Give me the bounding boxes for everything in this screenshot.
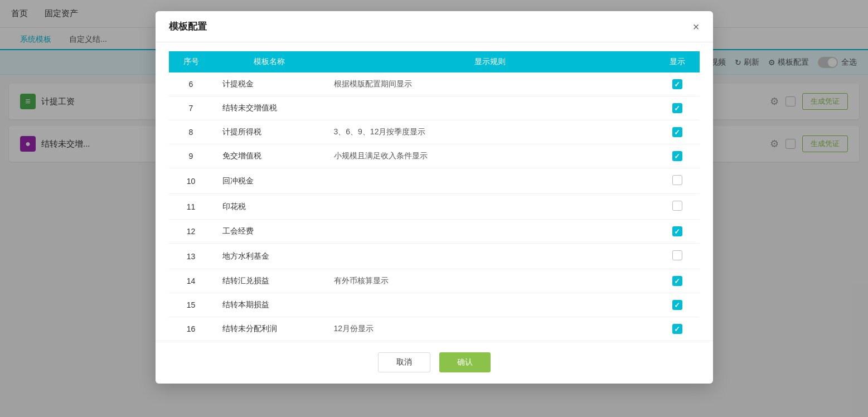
row-name: 回冲税金 (214, 168, 325, 194)
modal-title: 模板配置 (169, 20, 207, 33)
row-checkbox[interactable] (672, 276, 682, 286)
row-checkbox-cell (655, 96, 700, 120)
table-row: 13地方水利基金 (169, 244, 700, 269)
confirm-button[interactable]: 确认 (439, 352, 491, 372)
table-row: 11印花税 (169, 194, 700, 220)
row-name: 结转本期损益 (214, 293, 325, 317)
row-rule (325, 220, 655, 244)
table-row: 6计提税金根据模版配置期间显示 (169, 72, 700, 96)
config-table: 序号 模板名称 显示规则 显示 6计提税金根据模版配置期间显示7结转未交增值税8… (169, 51, 700, 341)
row-checkbox[interactable] (672, 103, 682, 113)
table-row: 16结转未分配利润12月份显示 (169, 317, 700, 341)
modal-overlay: 模板配置 × 序号 模板名称 显示规则 显示 6计提税金根据模版配置期间显示7结… (0, 0, 868, 417)
row-name: 结转未交增值税 (214, 96, 325, 120)
row-rule (325, 293, 655, 317)
table-row: 10回冲税金 (169, 168, 700, 194)
row-name: 免交增值税 (214, 144, 325, 168)
row-name: 计提税金 (214, 72, 325, 96)
row-checkbox[interactable] (672, 79, 682, 89)
modal-table-container: 序号 模板名称 显示规则 显示 6计提税金根据模版配置期间显示7结转未交增值税8… (156, 42, 713, 341)
row-rule: 3、6、9、12月按季度显示 (325, 120, 655, 144)
row-num: 6 (169, 72, 214, 96)
row-checkbox-cell (655, 269, 700, 293)
row-rule: 小规模且满足收入条件显示 (325, 144, 655, 168)
row-rule (325, 168, 655, 194)
row-checkbox-cell (655, 244, 700, 269)
row-num: 9 (169, 144, 214, 168)
row-checkbox-cell (655, 194, 700, 220)
row-num: 13 (169, 244, 214, 269)
row-name: 结转未分配利润 (214, 317, 325, 341)
row-checkbox[interactable] (672, 324, 682, 334)
row-rule (325, 194, 655, 220)
row-name: 印花税 (214, 194, 325, 220)
row-checkbox[interactable] (672, 300, 682, 310)
col-header-name: 模板名称 (214, 51, 325, 72)
row-checkbox[interactable] (672, 250, 682, 260)
row-checkbox[interactable] (672, 127, 682, 137)
row-name: 工会经费 (214, 220, 325, 244)
cancel-button[interactable]: 取消 (378, 352, 430, 372)
row-checkbox[interactable] (672, 175, 682, 185)
row-num: 10 (169, 168, 214, 194)
row-num: 7 (169, 96, 214, 120)
col-header-display: 显示 (655, 51, 700, 72)
modal-close-button[interactable]: × (693, 21, 700, 32)
row-checkbox-cell (655, 317, 700, 341)
row-checkbox-cell (655, 144, 700, 168)
table-row: 7结转未交增值税 (169, 96, 700, 120)
table-row: 12工会经费 (169, 220, 700, 244)
row-checkbox[interactable] (672, 151, 682, 161)
row-num: 8 (169, 120, 214, 144)
row-rule (325, 244, 655, 269)
modal-header: 模板配置 × (156, 11, 713, 42)
row-checkbox[interactable] (672, 201, 682, 211)
row-num: 15 (169, 293, 214, 317)
modal-footer: 取消 确认 (156, 341, 713, 384)
row-rule: 12月份显示 (325, 317, 655, 341)
col-header-num: 序号 (169, 51, 214, 72)
row-checkbox-cell (655, 168, 700, 194)
table-row: 14结转汇兑损益有外币核算显示 (169, 269, 700, 293)
modal-template-config: 模板配置 × 序号 模板名称 显示规则 显示 6计提税金根据模版配置期间显示7结… (156, 11, 713, 384)
row-checkbox-cell (655, 220, 700, 244)
row-checkbox-cell (655, 293, 700, 317)
row-rule: 有外币核算显示 (325, 269, 655, 293)
row-num: 11 (169, 194, 214, 220)
table-row: 9免交增值税小规模且满足收入条件显示 (169, 144, 700, 168)
row-checkbox-cell (655, 72, 700, 96)
row-checkbox-cell (655, 120, 700, 144)
col-header-rule: 显示规则 (325, 51, 655, 72)
row-rule: 根据模版配置期间显示 (325, 72, 655, 96)
table-row: 15结转本期损益 (169, 293, 700, 317)
row-checkbox[interactable] (672, 226, 682, 236)
table-row: 8计提所得税3、6、9、12月按季度显示 (169, 120, 700, 144)
row-num: 16 (169, 317, 214, 341)
row-num: 12 (169, 220, 214, 244)
row-rule (325, 96, 655, 120)
row-name: 结转汇兑损益 (214, 269, 325, 293)
row-num: 14 (169, 269, 214, 293)
row-name: 地方水利基金 (214, 244, 325, 269)
row-name: 计提所得税 (214, 120, 325, 144)
